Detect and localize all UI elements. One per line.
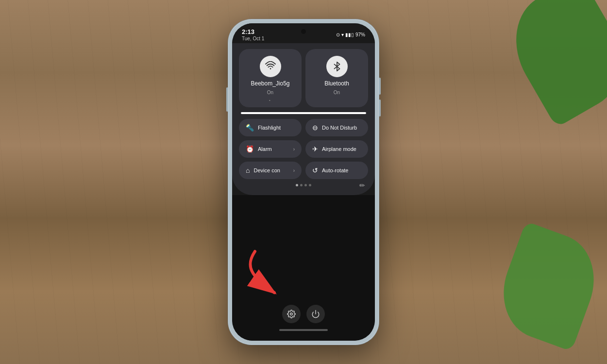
edit-icon[interactable]: ✏ (359, 182, 365, 189)
bluetooth-tile-sub: On (334, 90, 340, 95)
dnd-tile[interactable]: ⊖ Do Not Disturb (305, 119, 368, 136)
bluetooth-tile-label: Bluetooth (324, 80, 349, 87)
svg-point-0 (270, 68, 271, 69)
alarm-tile[interactable]: ⏰ Alarm › (239, 140, 302, 158)
wifi-tile[interactable]: Beebom_Jio5g On • (239, 49, 302, 107)
airplane-label: Airplane mode (322, 146, 356, 152)
flashlight-label: Flashlight (258, 125, 281, 131)
arrow-annotation (245, 247, 289, 302)
home-bar[interactable] (279, 329, 328, 331)
svg-point-2 (290, 313, 293, 315)
bottom-screen-area (232, 195, 375, 341)
brightness-slider[interactable] (241, 112, 366, 114)
signal-icons: ⊙ ▾ ▮▮▯ (336, 32, 354, 37)
volume-down-button[interactable] (379, 99, 381, 116)
settings-icon (287, 310, 296, 318)
airplane-icon: ✈ (312, 145, 318, 153)
page-dot-4 (309, 184, 311, 186)
battery-level: 97% (355, 32, 365, 37)
alarm-chevron: › (293, 147, 295, 152)
red-arrow-svg (245, 247, 289, 300)
bluetooth-icon (332, 61, 342, 72)
flashlight-icon: 🔦 (246, 124, 254, 132)
pagination-row: ✏ (239, 184, 368, 186)
alarm-icon: ⏰ (246, 145, 254, 153)
dnd-icon: ⊖ (312, 124, 318, 132)
settings-button[interactable] (282, 305, 301, 323)
small-tiles-row1: 🔦 Flashlight ⊖ Do Not Disturb (239, 119, 368, 136)
page-dot-1 (296, 184, 298, 186)
small-tiles-row3: ⌂ Device con › ↺ Auto-rotate (239, 162, 368, 179)
autorotate-icon: ↺ (312, 166, 318, 174)
airplane-tile[interactable]: ✈ Airplane mode (305, 140, 368, 158)
status-time: 2:13 (242, 28, 264, 35)
wifi-icon (265, 61, 276, 72)
bluetooth-icon-circle (326, 56, 348, 77)
status-icons: ⊙ ▾ ▮▮▯ 97% (336, 32, 365, 37)
bottom-action-buttons (282, 305, 325, 323)
power-button[interactable] (306, 305, 325, 323)
autorotate-tile[interactable]: ↺ Auto-rotate (305, 162, 368, 179)
phone-frame: 2:13 Tue, Oct 1 ⊙ ▾ ▮▮▯ 97% (228, 19, 379, 345)
phone-screen: 2:13 Tue, Oct 1 ⊙ ▾ ▮▮▯ 97% (232, 23, 375, 341)
wifi-tile-sub: On (267, 90, 273, 95)
wifi-tile-label: Beebom_Jio5g (251, 80, 289, 87)
front-camera (301, 29, 306, 34)
dnd-label: Do Not Disturb (322, 125, 357, 131)
power-side-button[interactable] (226, 87, 228, 112)
device-icon: ⌂ (246, 166, 250, 174)
quick-settings-panel: Beebom_Jio5g On • Bluetooth On (232, 43, 375, 195)
big-tiles-row: Beebom_Jio5g On • Bluetooth On (239, 49, 368, 107)
small-tiles-row2: ⏰ Alarm › ✈ Airplane mode (239, 140, 368, 158)
status-left: 2:13 Tue, Oct 1 (242, 28, 264, 41)
power-icon (311, 310, 320, 318)
device-control-tile[interactable]: ⌂ Device con › (239, 162, 302, 179)
device-label: Device con (253, 167, 280, 173)
wifi-tile-dots: • (269, 98, 271, 102)
flashlight-tile[interactable]: 🔦 Flashlight (239, 119, 302, 136)
alarm-label: Alarm (258, 146, 272, 152)
volume-up-button[interactable] (379, 78, 381, 95)
bluetooth-tile[interactable]: Bluetooth On (305, 49, 368, 107)
autorotate-label: Auto-rotate (322, 167, 348, 173)
status-date: Tue, Oct 1 (242, 36, 264, 41)
page-dot-2 (300, 184, 303, 186)
device-chevron: › (293, 168, 295, 173)
phone-wrapper: 2:13 Tue, Oct 1 ⊙ ▾ ▮▮▯ 97% (228, 19, 379, 345)
wifi-icon-circle (260, 56, 281, 77)
page-dot-3 (304, 184, 307, 186)
